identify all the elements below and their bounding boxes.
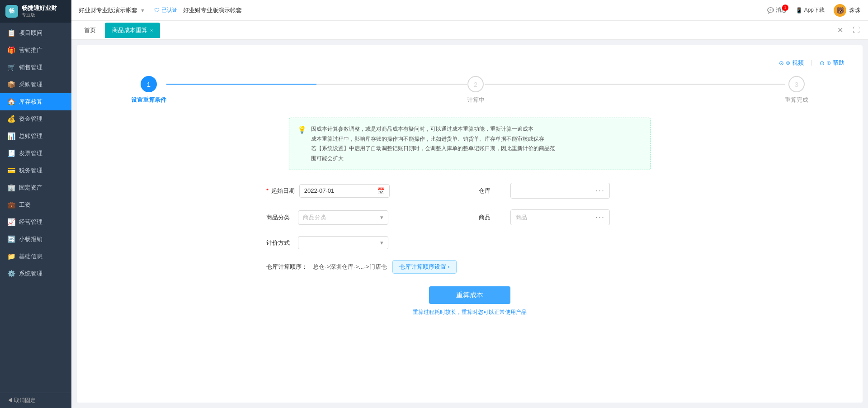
close-button[interactable]: ✕	[834, 24, 846, 37]
phone-icon: 📱	[796, 7, 802, 14]
sidebar-unpin[interactable]: ◀ 取消固定	[0, 393, 71, 408]
sidebar-item-accounting[interactable]: 📊 总账管理	[0, 128, 71, 145]
submit-hint: 重算过程耗时较长，重算时您可以正常使用产品	[266, 308, 673, 316]
pricing-label: 计价方式	[266, 239, 293, 247]
video-link[interactable]: ⊙ ⊙ 视频	[779, 59, 804, 67]
sidebar-item-salary[interactable]: 💼 工资	[0, 196, 71, 213]
account-selector[interactable]: 好业财专业版演示帐套 ▼	[79, 6, 145, 14]
warehouse-input[interactable]: ···	[510, 183, 610, 199]
form-row-2: 商品分类 商品分类 ▾ 商品 商品 ···	[266, 209, 673, 225]
pricing-field: 计价方式 ▾	[266, 236, 461, 249]
sidebar-menu: 📋 项目顾问 🎁 营销推广 🛒 销售管理 📦 采购管理 🏠 库存核算 💰 资金管…	[0, 23, 71, 393]
divider: |	[811, 59, 812, 67]
sidebar-item-finance[interactable]: 💰 资金管理	[0, 110, 71, 128]
expand-button[interactable]: ⛶	[850, 24, 863, 37]
step-3-label: 重算完成	[785, 96, 808, 104]
step-2-label: 计算中	[467, 96, 485, 104]
form-row-3: 计价方式 ▾	[266, 236, 673, 249]
system-icon: ⚙️	[7, 270, 15, 278]
pricing-select[interactable]: ▾	[298, 236, 388, 249]
submit-button[interactable]: 重算成本	[429, 286, 510, 304]
topbar-right: 💬 消息 1 📱 App下载 🐻 珠珠	[767, 4, 861, 17]
sidebar-item-label: 基础信息	[19, 252, 42, 261]
sidebar-item-label: 税务管理	[19, 166, 42, 175]
main-content: 好业财专业版演示帐套 ▼ 🛡 已认证 好业财专业版演示帐套 💬 消息 1 📱 A…	[71, 0, 868, 408]
sidebar-item-sales[interactable]: 🛒 销售管理	[0, 59, 71, 76]
category-chevron-icon: ▾	[380, 214, 383, 221]
assets-icon: 🏢	[7, 184, 15, 192]
sidebar-logo: 畅	[5, 5, 18, 18]
sidebar: 畅 畅捷通好业财 专业版 📋 项目顾问 🎁 营销推广 🛒 销售管理 📦 采购管理…	[0, 0, 71, 408]
sidebar-item-purchase[interactable]: 📦 采购管理	[0, 76, 71, 93]
warehouse-more-icon: ···	[595, 186, 605, 195]
category-select[interactable]: 商品分类 ▾	[298, 210, 388, 225]
operation-icon: 📈	[7, 218, 15, 226]
sidebar-item-label: 小畅报销	[19, 235, 42, 243]
steps-container: 1 设置重算条件 2 计算中 3 重算完成	[95, 76, 844, 104]
topbar: 好业财专业版演示帐套 ▼ 🛡 已认证 好业财专业版演示帐套 💬 消息 1 📱 A…	[71, 0, 868, 21]
help-icon: ⊙	[820, 60, 825, 66]
calendar-icon: 📅	[377, 187, 385, 195]
user-profile[interactable]: 🐻 珠珠	[834, 4, 861, 17]
step-1-circle: 1	[141, 76, 157, 92]
goods-input[interactable]: 商品 ···	[510, 209, 610, 225]
step-connector-1	[166, 84, 467, 85]
sidebar-item-basic[interactable]: 📁 基础信息	[0, 248, 71, 265]
tab-recalculate[interactable]: 商品成本重算 ×	[105, 23, 160, 38]
message-button[interactable]: 💬 消息 1	[767, 6, 787, 14]
video-icon: ⊙	[779, 60, 784, 66]
invoice-icon: 🧾	[7, 149, 15, 157]
sidebar-item-marketing[interactable]: 🎁 营销推广	[0, 42, 71, 59]
warehouse-field: 仓库 ···	[479, 183, 673, 199]
warehouse-order-label: 仓库计算顺序：	[266, 263, 307, 271]
step-3-circle: 3	[788, 76, 805, 92]
sidebar-item-label: 发票管理	[19, 149, 42, 157]
sidebar-item-system[interactable]: ⚙️ 系统管理	[0, 265, 71, 282]
sidebar-item-project[interactable]: 📋 项目顾问	[0, 24, 71, 42]
finance-icon: 💰	[7, 115, 15, 123]
sidebar-item-label: 固定资产	[19, 184, 42, 192]
page-content: ⊙ ⊙ 视频 | ⊙ ⊙ 帮助 1 设置重算条件 2 计算中	[77, 45, 863, 403]
inventory-icon: 🏠	[7, 98, 15, 106]
username: 珠珠	[849, 6, 861, 14]
purchase-icon: 📦	[7, 81, 15, 89]
start-date-input[interactable]: 2022-07-01 📅	[299, 184, 390, 198]
tab-close-icon[interactable]: ×	[150, 28, 153, 33]
category-placeholder: 商品分类	[303, 213, 326, 222]
warehouse-label: 仓库	[479, 187, 506, 195]
account-chevron-icon: ▼	[140, 8, 145, 13]
app-download-label: App下载	[804, 6, 825, 14]
category-field: 商品分类 商品分类 ▾	[266, 210, 461, 225]
salary-icon: 💼	[7, 201, 15, 209]
sidebar-edition: 专业版	[22, 12, 57, 18]
pricing-chevron-icon: ▾	[380, 239, 383, 246]
shield-icon: 🛡	[154, 7, 160, 14]
goods-more-icon: ···	[595, 213, 605, 222]
sidebar-item-expense[interactable]: 🔄 小畅报销	[0, 231, 71, 248]
sidebar-item-tax[interactable]: 💳 税务管理	[0, 162, 71, 179]
sidebar-item-operation[interactable]: 📈 经营管理	[0, 213, 71, 231]
required-mark: *	[266, 187, 269, 194]
submit-area: 重算成本 重算过程耗时较长，重算时您可以正常使用产品	[266, 286, 673, 316]
sidebar-item-label: 项目顾问	[19, 29, 42, 37]
sidebar-item-assets[interactable]: 🏢 固定资产	[0, 179, 71, 196]
goods-field: 商品 商品 ···	[479, 209, 673, 225]
sidebar-item-invoice[interactable]: 🧾 发票管理	[0, 145, 71, 162]
sidebar-header: 畅 畅捷通好业财 专业版	[0, 0, 71, 23]
sidebar-item-label: 系统管理	[19, 270, 42, 278]
goods-label: 商品	[479, 213, 506, 222]
help-link[interactable]: ⊙ ⊙ 帮助	[820, 59, 844, 67]
company-name: 好业财专业版演示帐套	[183, 6, 242, 14]
sidebar-item-label: 资金管理	[19, 115, 42, 123]
info-box: 💡 因成本计算参数调整，或是对商品成本有疑问时，可以通过成本重算功能，重新计算一…	[289, 118, 651, 170]
sidebar-item-inventory[interactable]: 🏠 库存核算	[0, 93, 71, 110]
app-download-button[interactable]: 📱 App下载	[796, 6, 825, 14]
warehouse-order-btn[interactable]: 仓库计算顺序设置 ›	[392, 260, 457, 274]
step-3: 3 重算完成	[785, 76, 808, 104]
verified-text: 已认证	[161, 6, 178, 14]
help-label: ⊙ 帮助	[826, 59, 844, 67]
message-badge: 1	[782, 5, 788, 11]
expense-icon: 🔄	[7, 235, 15, 243]
verified-badge: 🛡 已认证	[154, 6, 178, 14]
tab-home[interactable]: 首页	[77, 23, 103, 38]
